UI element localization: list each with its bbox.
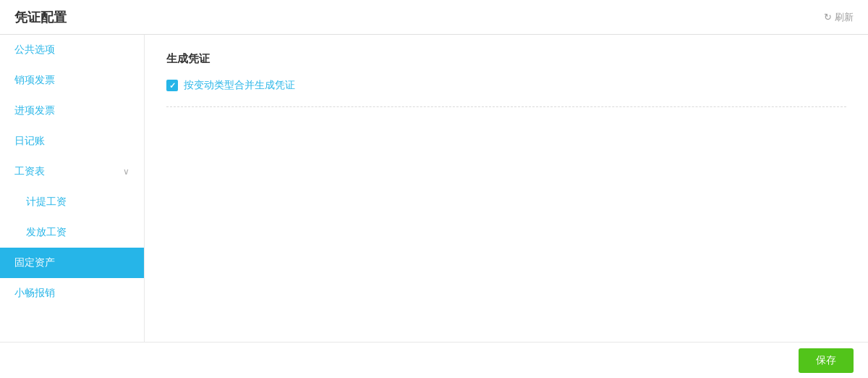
sidebar-item-purchase-invoice[interactable]: 进项发票	[0, 96, 144, 126]
sidebar-item-label: 工资表	[14, 165, 45, 178]
sidebar-item-fixed-assets[interactable]: 固定资产	[0, 248, 144, 278]
sidebar-item-label: 固定资产	[14, 256, 55, 269]
main-content: 公共选项销项发票进项发票日记账工资表∨计提工资发放工资固定资产小畅报销 生成凭证…	[0, 35, 868, 342]
page-footer: 保存	[0, 342, 868, 378]
refresh-button[interactable]: ↻ 刷新	[824, 11, 854, 24]
section-title: 生成凭证	[166, 52, 846, 66]
sidebar-item-sales-invoice[interactable]: 销项发票	[0, 65, 144, 96]
checkbox-label[interactable]: 按变动类型合并生成凭证	[184, 79, 295, 92]
sidebar-item-label: 发放工资	[26, 226, 67, 239]
sidebar-item-label: 进项发票	[14, 104, 55, 117]
sidebar-item-commission[interactable]: 计提工资	[0, 187, 144, 217]
sidebar-item-label: 计提工资	[26, 196, 67, 209]
checkbox-row: 按变动类型合并生成凭证	[166, 79, 846, 92]
content-area: 生成凭证 按变动类型合并生成凭证	[145, 35, 868, 342]
merge-checkbox[interactable]	[166, 80, 178, 91]
sidebar: 公共选项销项发票进项发票日记账工资表∨计提工资发放工资固定资产小畅报销	[0, 35, 145, 342]
sidebar-item-journal[interactable]: 日记账	[0, 126, 144, 156]
sidebar-item-payroll[interactable]: 工资表∨	[0, 156, 144, 187]
sidebar-item-pay-salary[interactable]: 发放工资	[0, 217, 144, 248]
chevron-down-icon: ∨	[123, 167, 129, 177]
sidebar-item-label: 销项发票	[14, 74, 55, 87]
sidebar-item-expense[interactable]: 小畅报销	[0, 278, 144, 308]
refresh-icon: ↻	[824, 12, 832, 22]
sidebar-item-label: 公共选项	[14, 43, 55, 56]
page-header: 凭证配置 ↻ 刷新	[0, 0, 868, 35]
refresh-label: 刷新	[835, 11, 854, 24]
section-divider	[166, 106, 846, 107]
sidebar-item-label: 日记账	[14, 135, 45, 148]
sidebar-item-public[interactable]: 公共选项	[0, 35, 144, 65]
page-title: 凭证配置	[14, 9, 67, 26]
sidebar-item-label: 小畅报销	[14, 287, 55, 300]
save-button[interactable]: 保存	[799, 348, 854, 373]
